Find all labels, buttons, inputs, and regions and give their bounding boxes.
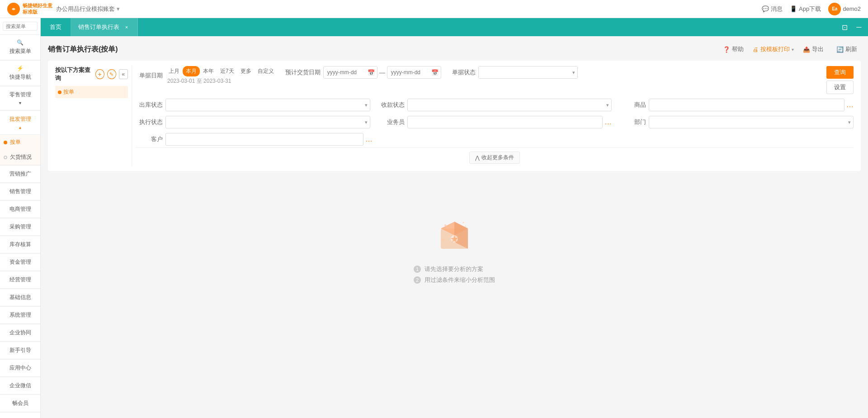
tab-min-btn[interactable]: ─ [854,22,864,33]
sidebar-section-purchase: 采购管理 [0,218,40,236]
sidebar-section-ecommerce: 电商管理 [0,201,40,218]
sidebar-section-finance: 资金管理 [0,254,40,271]
empty-tips: 1 请先选择要分析的方案 2 用过滤条件来缩小分析范围 [414,265,495,284]
help-button[interactable]: ❓ 帮助 [719,43,747,55]
sidebar-item-ecommerce[interactable]: 电商管理 [0,201,40,218]
sidebar-item-basic[interactable]: 基础信息 [0,289,40,306]
svg-point-6 [463,222,464,223]
scheme-item-orders[interactable]: 按单 [55,86,128,98]
collapse-btn[interactable]: ⋀ 收起更多条件 [469,152,520,164]
tab-home[interactable]: 首页 [41,18,71,36]
sidebar-item-sys[interactable]: 系统管理 [0,307,40,324]
dept-select[interactable] [649,116,854,128]
date-shortcut-7days[interactable]: 近7天 [217,66,237,76]
goods-input[interactable] [649,99,844,111]
sidebar-section-ewechat: 企业微信 [0,377,40,395]
goods-dots-icon[interactable]: … [846,101,854,109]
breadcrumb-text: 办公用品行业模拟账套 [56,5,115,13]
logo-area: 畅捷销好生意 标准版 [7,3,52,15]
sidebar-item-sales-mgmt[interactable]: 销售管理 [0,183,40,200]
sidebar-item-retail-mgmt[interactable]: 零售管理 ▾ [0,86,40,110]
header-left: 畅捷销好生意 标准版 办公用品行业模拟账套 ▾ [7,3,120,15]
breadcrumb-arrow[interactable]: ▾ [117,5,120,12]
sidebar-item-search-menu[interactable]: 🔍 搜索菜单 [0,35,40,60]
sidebar-item-marketing[interactable]: 营销推广 [0,166,40,183]
logo-text: 畅捷销好生意 标准版 [23,3,52,14]
print-button[interactable]: 🖨 按模板打印 ▾ [753,45,794,53]
sidebar-item-member[interactable]: 畅会员 [0,395,40,412]
tab-restore-btn[interactable]: ⊡ [839,22,850,33]
filter-layout: 按以下方案查询 + ✎ « 按单 [55,66,854,166]
user-action[interactable]: Ea demo2 [828,3,861,15]
sidebar-item-appcenter[interactable]: 应用中心 [0,360,40,377]
sidebar-item-wholesale-mgmt[interactable]: 批发管理 ▴ [0,111,40,135]
customer-input[interactable] [165,133,363,146]
sidebar-item-finance[interactable]: 资金管理 [0,254,40,271]
sidebar-section-ops: 经营管理 [0,271,40,289]
sidebar-item-newguide[interactable]: 新手引导 [0,342,40,359]
orders-dot-icon [4,141,7,144]
sidebar-item-purchase[interactable]: 采购管理 [0,218,40,236]
owed-dot-icon [4,156,7,159]
filter-panel: 按以下方案查询 + ✎ « 按单 [48,61,861,171]
sidebar-section-sales: 销售管理 [0,183,40,201]
settings-button[interactable]: 设置 [826,81,854,94]
exec-status-select[interactable] [165,116,370,128]
message-action[interactable]: 💬 消息 [762,5,783,13]
date-shortcut-this-month[interactable]: 本月 [183,66,200,76]
date-label: 单据日期 [136,71,163,80]
quick-nav-icon: ⚡ [17,65,24,71]
sidebar-section-basic: 基础信息 [0,289,40,307]
main-layout: 🔍 搜索菜单 ⚡ 快捷导航 零售管理 ▾ 批发管理 ▴ [0,18,868,418]
query-button[interactable]: 查询 [826,66,854,79]
sidebar-item-owed[interactable]: 欠货情况 [0,150,40,165]
empty-tip-1: 1 请先选择要分析的方案 [414,265,495,273]
date-shortcut-this-year[interactable]: 本年 [200,66,217,76]
collapse-icon: ⋀ [475,155,480,161]
sidebar-item-quick-nav[interactable]: ⚡ 快捷导航 [0,61,40,86]
tab-bar-actions: ⊡ ─ [835,18,868,36]
date-shortcut-custom[interactable]: 自定义 [255,66,277,76]
salesperson-input[interactable] [407,116,603,128]
edit-scheme-btn[interactable]: ✎ [107,69,116,79]
sidebar-item-orders[interactable]: 按单 [0,135,40,150]
refresh-button[interactable]: 🔄 刷新 [833,43,861,55]
search-input[interactable] [3,22,38,31]
sidebar-item-inventory[interactable]: 库存核算 [0,236,40,253]
export-icon: 📤 [803,46,810,53]
sidebar-section-newguide: 新手引导 [0,342,40,360]
date-separator: — [379,69,385,76]
date-shortcut-last-month[interactable]: 上月 [165,66,183,76]
export-button[interactable]: 📤 导出 [799,43,827,55]
retail-arrow-icon: ▾ [19,100,21,105]
tab-sales-order-exec[interactable]: 销售订单执行表 × [71,18,138,36]
sidebar-section-inventory: 库存核算 [0,236,40,254]
filter-scheme-panel: 按以下方案查询 + ✎ « 按单 [55,66,132,166]
expected-date-label: 预计交货日期 [284,68,321,76]
refresh-icon: 🔄 [836,46,844,53]
sidebar-item-ewechat[interactable]: 企业微信 [0,377,40,394]
svg-point-5 [444,224,446,226]
collapse-scheme-btn[interactable]: « [119,69,128,79]
sidebar-item-ops[interactable]: 经营管理 [0,271,40,289]
date-range-text: 2023-03-01 至 2023-03-31 [167,77,277,85]
date-shortcut-more[interactable]: 更多 [237,66,255,76]
calendar-start-icon[interactable]: 📅 [368,69,375,76]
message-icon: 💬 [762,5,769,12]
sidebar-item-enterprise[interactable]: 企业协同 [0,324,40,342]
calendar-end-icon[interactable]: 📅 [431,69,439,76]
sidebar-section-search: 🔍 搜索菜单 [0,35,40,61]
out-status-select[interactable] [165,99,370,111]
doc-status-select[interactable] [478,66,578,79]
svg-point-8 [465,246,467,247]
customer-dots-icon[interactable]: … [365,135,373,143]
add-scheme-btn[interactable]: + [95,69,104,79]
page-content: 销售订单执行表(按单) ❓ 帮助 🖨 按模板打印 ▾ 📤 导出 [41,36,868,418]
salesperson-label: 业务员 [377,118,405,126]
app-download-action[interactable]: 📱 App下载 [790,5,821,13]
receipt-status-select[interactable] [407,99,612,111]
print-arrow-icon: ▾ [792,47,794,52]
salesperson-dots-icon[interactable]: … [604,118,612,126]
tab-close-icon[interactable]: × [123,24,130,31]
page-actions: ❓ 帮助 🖨 按模板打印 ▾ 📤 导出 🔄 刷新 [719,43,861,55]
